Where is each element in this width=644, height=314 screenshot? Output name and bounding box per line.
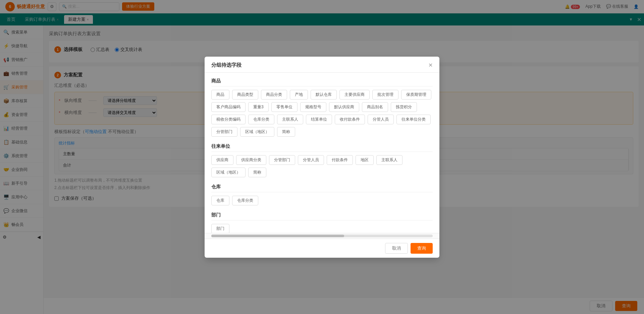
field-tags-goods: 商品 商品类型 商品分类 产地 默认仓库 主要供应商 批次管理 保质期管理 客户… <box>211 90 433 137</box>
field-group-partner: 往来单位 供应商 供应商分类 分管部门 分管人员 付款条件 地区 主联系人 区域… <box>211 143 433 177</box>
scrollbar-thumb[interactable] <box>211 235 344 237</box>
field-tags-warehouse: 仓库 仓库分类 <box>211 196 433 205</box>
field-tag-partner-contact[interactable]: 主联系人 <box>376 155 402 165</box>
field-tag-supervisor[interactable]: 分管人员 <box>368 115 394 124</box>
scrollbar-track[interactable] <box>211 235 433 237</box>
field-tag-department[interactable]: 部门 <box>211 224 229 233</box>
field-tag-batch-mgmt[interactable]: 批次管理 <box>372 90 398 100</box>
field-tag-goods-type[interactable]: 商品类型 <box>232 90 258 100</box>
modal-body: 商品 商品 商品类型 商品分类 产地 默认仓库 主要供应商 批次管理 保质期管理… <box>205 73 439 233</box>
modal-header: 分组待选字段 ✕ <box>205 57 439 73</box>
field-tag-dept[interactable]: 分管部门 <box>211 127 237 137</box>
modal-close-button[interactable]: ✕ <box>428 62 433 68</box>
field-tag-retail-unit[interactable]: 零售单位 <box>271 102 298 112</box>
modal-scrollbar <box>205 233 439 239</box>
field-tag-supplier-category[interactable]: 供应商分类 <box>236 155 266 165</box>
field-group-title-dept: 部门 <box>211 212 433 221</box>
field-group-goods: 商品 商品 商品类型 商品分类 产地 默认仓库 主要供应商 批次管理 保质期管理… <box>211 78 433 137</box>
field-tag-warehouse-category[interactable]: 仓库分类 <box>248 115 274 124</box>
field-tag-main-supplier[interactable]: 主要供应商 <box>339 90 370 100</box>
field-group-warehouse: 仓库 仓库 仓库分类 <box>211 184 433 205</box>
field-tag-main-contact[interactable]: 主联系人 <box>277 115 303 124</box>
field-group-title-partner: 往来单位 <box>211 143 433 152</box>
field-tag-partner-category[interactable]: 往来单位分类 <box>396 115 431 124</box>
field-tag-partner-dept[interactable]: 分管部门 <box>269 155 295 165</box>
field-tag-goods-category[interactable]: 商品分类 <box>261 90 287 100</box>
field-tag-region[interactable]: 区域（地区） <box>240 127 274 137</box>
field-tag-goods-alias[interactable]: 商品别名 <box>362 102 388 112</box>
modal-confirm-button[interactable]: 查询 <box>411 243 433 254</box>
modal-overlay: 分组待选字段 ✕ 商品 商品 商品类型 商品分类 产地 默认仓库 主要供应商 批… <box>0 0 644 314</box>
modal-footer: 取消 查询 <box>205 239 439 258</box>
field-tag-tax-code[interactable]: 税收分类编码 <box>211 115 246 124</box>
field-tag-warehouse-cat[interactable]: 仓库分类 <box>232 196 258 205</box>
field-tag-warehouse[interactable]: 仓库 <box>211 196 229 205</box>
field-tag-abbr[interactable]: 简称 <box>277 127 295 137</box>
field-group-dept: 部门 部门 <box>211 212 433 233</box>
modal-title: 分组待选字段 <box>211 62 241 68</box>
field-tag-partner-region[interactable]: 地区 <box>356 155 374 165</box>
field-tag-customer-code[interactable]: 客户商品编码 <box>211 102 246 112</box>
field-tag-partner-abbr[interactable]: 简称 <box>248 168 266 177</box>
field-tag-partner-supervisor[interactable]: 分管人员 <box>298 155 324 165</box>
field-tag-payment-terms[interactable]: 收付款条件 <box>335 115 365 124</box>
field-group-title-goods: 商品 <box>211 78 433 86</box>
field-tag-pick-points[interactable]: 拣货积分 <box>391 102 417 112</box>
field-tag-partner-payment[interactable]: 付款条件 <box>327 155 353 165</box>
field-tag-origin[interactable]: 产地 <box>290 90 308 100</box>
field-tag-default-supplier[interactable]: 默认供应商 <box>329 102 359 112</box>
field-tag-expiry-mgmt[interactable]: 保质期管理 <box>401 90 431 100</box>
field-tags-partner: 供应商 供应商分类 分管部门 分管人员 付款条件 地区 主联系人 区域（地区） … <box>211 155 433 177</box>
field-tag-default-warehouse[interactable]: 默认仓库 <box>311 90 337 100</box>
field-tags-dept: 部门 <box>211 224 433 233</box>
field-tag-supplier[interactable]: 供应商 <box>211 155 233 165</box>
field-tag-spec-model[interactable]: 规格型号 <box>300 102 326 112</box>
field-select-modal: 分组待选字段 ✕ 商品 商品 商品类型 商品分类 产地 默认仓库 主要供应商 批… <box>205 57 439 258</box>
modal-cancel-button[interactable]: 取消 <box>385 243 408 254</box>
field-tag-weight3[interactable]: 重量3 <box>248 102 269 112</box>
field-tag-goods[interactable]: 商品 <box>211 90 229 100</box>
field-group-title-warehouse: 仓库 <box>211 184 433 192</box>
field-tag-partner-area[interactable]: 区域（地区） <box>211 168 246 177</box>
field-tag-settlement-unit[interactable]: 结算单位 <box>306 115 332 124</box>
